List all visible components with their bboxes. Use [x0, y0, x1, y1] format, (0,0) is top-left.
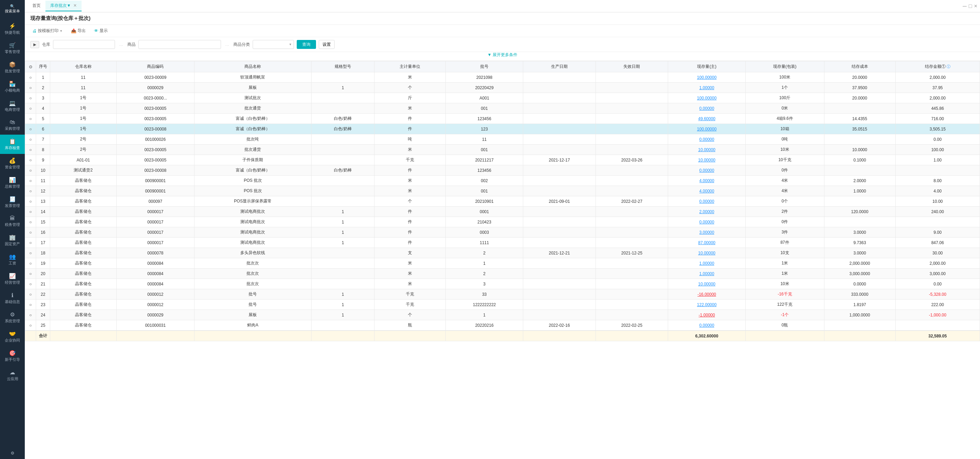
table-cell[interactable]: 0.00000 [668, 134, 746, 145]
export-btn[interactable]: 📤 导出 [69, 27, 88, 35]
sidebar-item-collab[interactable]: 🤝 企业协同 [0, 327, 25, 346]
table-cell[interactable]: 0.00000 [668, 217, 746, 227]
sidebar-item-retail[interactable]: 🛒 零售管理 [0, 38, 25, 58]
table-cell: 批次吨 [194, 134, 311, 145]
sidebar-item-cloud[interactable]: ☁ 云应用 [0, 366, 25, 385]
invoice-icon: 🧾 [2, 196, 24, 202]
table-cell [595, 279, 668, 289]
sidebar-item-wholesale[interactable]: 📦 批发管理 [0, 58, 25, 77]
table-cell [311, 93, 374, 103]
table-cell [895, 320, 980, 331]
sidebar-item-mini-shop[interactable]: 🏪 小额电商 [0, 77, 25, 96]
table-cell[interactable]: 0.00000 [668, 165, 746, 175]
sidebar-item-quick-nav[interactable]: ⚡ 快捷导航 [0, 19, 25, 38]
table-cell [523, 93, 596, 103]
expand-more-btn[interactable]: ▼ 展开更多条件 [487, 52, 517, 58]
tab-inventory-batch[interactable]: 库存批次▼ ✕ [45, 1, 81, 11]
table-cell[interactable]: 4.00000 [668, 175, 746, 186]
table-cell [523, 175, 596, 186]
goods-input[interactable] [138, 40, 221, 49]
table-row: ○10测试通货20023-00008富诚（白色/奶棒）白色/奶棒件1234560… [25, 165, 980, 175]
table-cell: 4箱9.6件 [746, 114, 824, 124]
table-cell[interactable]: 1.00000 [668, 83, 746, 93]
table-cell[interactable]: 0.00000 [668, 320, 746, 331]
sidebar-item-hr[interactable]: 👥 工资 [0, 250, 25, 269]
sidebar-item-ops[interactable]: 📈 经营管理 [0, 269, 25, 288]
sidebar-settings[interactable]: ⚙ [0, 447, 25, 459]
table-cell[interactable]: 100.00000 [668, 93, 746, 103]
table-cell [595, 237, 668, 248]
fixed-assets-icon: 🏢 [2, 234, 24, 241]
sidebar-item-purchase[interactable]: 🛍 采购管理 [0, 116, 25, 135]
table-cell: 0023-00009 [116, 72, 194, 83]
table-cell: ○ [25, 196, 36, 207]
col-batch-no: 批号 [446, 61, 523, 72]
table-cell: 多头异色软线 [194, 248, 311, 258]
sidebar-item-ecommerce[interactable]: 💻 电商管理 [0, 96, 25, 116]
tab-close-inventory-batch[interactable]: ✕ [73, 3, 77, 8]
sidebar-search[interactable]: 🔍 搜索菜单 [3, 3, 21, 15]
table-cell: ○ [25, 175, 36, 186]
col-checkbox[interactable]: ⊙ [25, 61, 36, 72]
table-cell: 15 [36, 217, 50, 227]
table-cell: -1,000.00 [895, 310, 980, 320]
sidebar-item-base-info[interactable]: ℹ 基础信息 [0, 288, 25, 308]
table-cell[interactable]: 100.00000 [668, 124, 746, 134]
footer-cell [50, 331, 117, 341]
sidebar-item-sys-admin[interactable]: ⚙ 系统管理 [0, 308, 25, 327]
table-cell[interactable]: 10.00000 [668, 279, 746, 289]
sidebar-item-total-account[interactable]: 📊 总账管理 [0, 173, 25, 193]
table-cell[interactable]: 1.00000 [668, 258, 746, 269]
col-warehouse: 仓库名称 [50, 61, 117, 72]
table-cell[interactable]: -1.00000 [668, 310, 746, 320]
tab-home[interactable]: 首页 [27, 1, 45, 11]
sidebar-item-fixed-assets[interactable]: 🏢 固定资产 [0, 231, 25, 250]
maximize-btn[interactable]: □ [969, 3, 972, 9]
sidebar-item-inventory[interactable]: 📋 库存核查 [0, 135, 25, 154]
table-cell[interactable]: 0.00000 [668, 196, 746, 207]
close-btn[interactable]: × [974, 3, 977, 9]
table-cell: ○ [25, 227, 36, 237]
table-row: ○11晶客储仓000900001POS 批次米0024.000004米2.000… [25, 175, 980, 186]
table-cell: 批次通货 [194, 145, 311, 155]
sidebar-item-newbie[interactable]: 🎯 新手引导 [0, 346, 25, 366]
table-cell [595, 72, 668, 83]
table-cell: 1 [311, 300, 374, 310]
warehouse-input[interactable] [53, 40, 115, 49]
table-row: ○31号0023-0000...测试批次斤A001100.00000100斤20… [25, 93, 980, 103]
table-cell[interactable]: 2.00000 [668, 207, 746, 217]
category-select[interactable] [253, 40, 294, 49]
table-container[interactable]: ⊙ 序号 仓库名称 商品编码 商品名称 规格型号 [25, 61, 980, 459]
table-cell[interactable]: 122.00000 [668, 300, 746, 310]
table-cell[interactable]: -16.00000 [668, 289, 746, 300]
sidebar-item-tax[interactable]: 🏛 税务管理 [0, 212, 25, 231]
print-btn[interactable]: 🖨 按模板打印 ▼ [30, 27, 65, 35]
table-cell[interactable]: 0.00000 [668, 103, 746, 114]
minimize-btn[interactable]: ─ [963, 3, 967, 9]
table-cell[interactable]: 3.00000 [668, 227, 746, 237]
table-cell[interactable]: 10.00000 [668, 248, 746, 258]
table-cell[interactable]: 87.00000 [668, 237, 746, 248]
table-cell: 10 [36, 165, 50, 175]
search-button[interactable]: 查询 [297, 40, 316, 49]
table-cell [523, 114, 596, 124]
display-btn[interactable]: 👁 显示 [92, 27, 110, 35]
table-cell[interactable]: 49.60000 [668, 114, 746, 124]
table-cell[interactable]: 100.00000 [668, 72, 746, 83]
filter-expand-btn[interactable]: ▶ [30, 41, 39, 48]
table-cell: 1 [311, 207, 374, 217]
table-cell[interactable]: 4.00000 [668, 186, 746, 196]
table-cell: 16 [36, 227, 50, 237]
set-button[interactable]: 设置 [319, 40, 334, 49]
table-cell[interactable]: 10.00000 [668, 155, 746, 165]
table-cell: 2号 [50, 134, 117, 145]
table-cell[interactable]: 1.00000 [668, 269, 746, 279]
filter-row2: ▼ 展开更多条件 [25, 52, 980, 61]
sidebar-item-invoice[interactable]: 🧾 发票管理 [0, 193, 25, 212]
cloud-icon: ☁ [2, 369, 24, 376]
table-cell: 20210901 [446, 196, 523, 207]
table-cell[interactable]: 10.00000 [668, 145, 746, 155]
table-cell: 1222222222 [446, 300, 523, 310]
table-cell [311, 134, 374, 145]
sidebar-item-finance[interactable]: 💰 资金管理 [0, 154, 25, 173]
